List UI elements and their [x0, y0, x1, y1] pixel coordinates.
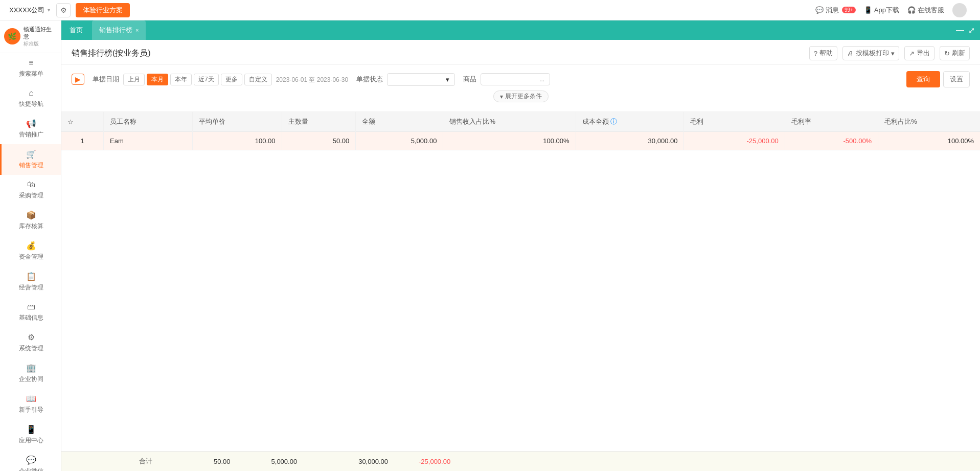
sidebar: 🌿 畅通通好生意 标准版 ≡ 搜索菜单 ⌂ 快捷导航 📢 营销推广 🛒 销售管理…: [0, 20, 61, 471]
col-main-qty: 主数量: [282, 112, 356, 132]
sidebar-label-search-order: 搜索菜单: [19, 70, 43, 78]
sidebar-item-quick-nav[interactable]: ⌂ 快捷导航: [0, 83, 61, 114]
export-btn[interactable]: ↗ 导出: [904, 46, 935, 60]
table-row: 1Eam100.0050.005,000.00100.00%30,000.00-…: [61, 132, 980, 150]
sidebar-item-funds[interactable]: 💰 资金管理: [0, 236, 61, 266]
trial-button[interactable]: 体验行业方案: [76, 3, 130, 17]
goods-filter-label: 商品: [463, 75, 476, 84]
company-selector[interactable]: XXXXX公司 ▾: [5, 6, 54, 15]
footer-cost: 30,000.00: [358, 458, 388, 465]
sidebar-item-purchase[interactable]: 🛍 采购管理: [0, 175, 61, 205]
col-rank: ☆: [61, 112, 104, 132]
cell-main_qty: 50.00: [282, 132, 356, 150]
sidebar-label-enterprise-collab: 企业协同: [19, 375, 43, 384]
goods-more-btn[interactable]: ...: [539, 76, 544, 83]
tab-sales-ranking[interactable]: 销售排行榜 ×: [92, 20, 146, 40]
tab-bar-right: — ⤢: [956, 26, 980, 35]
app-download-label: App下载: [874, 6, 899, 15]
purchase-icon: 🛍: [27, 180, 35, 189]
refresh-btn[interactable]: ↻ 刷新: [940, 46, 970, 60]
online-service-label: 在线客服: [918, 6, 944, 15]
expand-conditions-btn[interactable]: ▾ 展开更多条件: [493, 91, 549, 102]
sidebar-item-operations[interactable]: 📋 经营管理: [0, 266, 61, 297]
col-sales-pct: 销售收入占比%: [443, 112, 576, 132]
date-btn-last-month[interactable]: 上月: [123, 74, 145, 85]
system-icon: ⚙: [28, 332, 35, 342]
ranking-table: ☆ 员工名称 平均单价 主数量 全额 销售收入占比% 成本全额 ⓘ 毛利 毛利率…: [61, 112, 980, 150]
settings-icon-btn[interactable]: ⚙: [56, 3, 71, 17]
tab-home[interactable]: 首页: [61, 20, 91, 40]
wechat-icon: 💬: [26, 455, 36, 465]
sales-icon: 🛒: [26, 149, 36, 159]
tab-close-icon[interactable]: ×: [135, 27, 139, 33]
app-download-icon: 📱: [864, 6, 872, 14]
cell-amount: 5,000.00: [356, 132, 443, 150]
sidebar-item-beginner[interactable]: 📖 新手引导: [0, 389, 61, 419]
sidebar-item-sales[interactable]: 🛒 销售管理: [0, 144, 61, 175]
basic-info-icon: 🗃: [27, 302, 35, 311]
company-chevron-icon: ▾: [48, 7, 50, 13]
query-button[interactable]: 查询: [906, 71, 940, 87]
status-chevron-icon: ▾: [446, 76, 449, 83]
enterprise-collab-icon: 🏢: [26, 363, 36, 373]
footer-gross: -25,000.00: [419, 458, 450, 465]
date-btn-more[interactable]: 更多: [221, 74, 242, 85]
logo-name: 畅通通好生意: [24, 26, 57, 40]
beginner-icon: 📖: [26, 394, 36, 403]
settings-button[interactable]: 设置: [943, 71, 970, 87]
footer-total-label: 合计: [139, 457, 152, 466]
date-filter-options: 上月 本月 本年 近7天 更多 自定义: [123, 74, 272, 85]
cell-cost: 30,000.00: [576, 132, 684, 150]
date-btn-this-year[interactable]: 本年: [170, 74, 192, 85]
logo-icon: 🌿: [4, 28, 20, 44]
help-icon: ?: [814, 50, 817, 57]
sidebar-label-funds: 资金管理: [19, 253, 43, 261]
tab-bar: 首页 销售排行榜 × — ⤢: [61, 20, 980, 40]
sidebar-item-enterprise-collab[interactable]: 🏢 企业协同: [0, 358, 61, 389]
col-avg-price: 平均单价: [193, 112, 282, 132]
status-filter-label: 单据状态: [356, 75, 383, 84]
col-gross-pct: 毛利占比%: [878, 112, 980, 132]
tab-sales-ranking-label: 销售排行榜: [99, 26, 132, 35]
goods-filter-group: 商品 ...: [463, 73, 550, 85]
sidebar-label-beginner: 新手引导: [19, 406, 43, 414]
template-print-btn[interactable]: 🖨 按模板打印 ▾: [842, 46, 899, 60]
sidebar-label-basic-info: 基础信息: [19, 313, 43, 322]
content-area: 首页 销售排行榜 × — ⤢ 销售排行榜(按业务员) ? 帮助: [61, 20, 980, 471]
cell-gross_pct: 100.00%: [878, 132, 980, 150]
sidebar-item-app-center[interactable]: 📱 应用中心: [0, 419, 61, 450]
date-range-display: 2023-06-01 至 2023-06-30: [276, 76, 348, 84]
date-btn-custom[interactable]: 自定义: [244, 74, 272, 85]
top-bar-right: 💬 消息 99+ 📱 App下载 🎧 在线客服: [815, 3, 975, 17]
sidebar-item-system[interactable]: ⚙ 系统管理: [0, 327, 61, 358]
search-order-icon: ≡: [29, 58, 33, 68]
app-download-btn[interactable]: 📱 App下载: [864, 6, 899, 15]
marketing-icon: 📢: [26, 119, 36, 128]
help-btn[interactable]: ? 帮助: [809, 46, 837, 60]
avatar[interactable]: [952, 3, 967, 17]
message-icon: 💬: [815, 6, 824, 14]
sidebar-item-basic-info[interactable]: 🗃 基础信息: [0, 297, 61, 327]
cost-info-icon[interactable]: ⓘ: [610, 118, 617, 125]
date-btn-7days[interactable]: 近7天: [194, 74, 219, 85]
window-minimize-icon[interactable]: —: [956, 26, 964, 35]
quick-nav-icon: ⌂: [29, 88, 34, 98]
col-gross: 毛利: [684, 112, 785, 132]
sidebar-label-inventory: 库存核算: [19, 222, 43, 231]
expand-row: ▾ 展开更多条件: [72, 87, 970, 105]
date-btn-this-month[interactable]: 本月: [147, 74, 168, 85]
message-btn[interactable]: 💬 消息 99+: [815, 6, 856, 15]
sidebar-label-marketing: 营销推广: [19, 130, 43, 139]
sidebar-item-marketing[interactable]: 📢 营销推广: [0, 114, 61, 144]
filter-toggle-btn[interactable]: ▶: [72, 74, 84, 85]
table-header-row: ☆ 员工名称 平均单价 主数量 全额 销售收入占比% 成本全额 ⓘ 毛利 毛利率…: [61, 112, 980, 132]
export-label: 导出: [917, 49, 930, 58]
sidebar-item-search-order[interactable]: ≡ 搜索菜单: [0, 53, 61, 83]
status-select[interactable]: ▾: [387, 73, 455, 86]
goods-input[interactable]: ...: [481, 73, 550, 85]
sidebar-item-wechat[interactable]: 💬 企业微信: [0, 450, 61, 471]
online-service-btn[interactable]: 🎧 在线客服: [907, 6, 944, 15]
window-maximize-icon[interactable]: ⤢: [968, 26, 975, 35]
operations-icon: 📋: [26, 272, 36, 281]
sidebar-item-inventory[interactable]: 📦 库存核算: [0, 205, 61, 236]
